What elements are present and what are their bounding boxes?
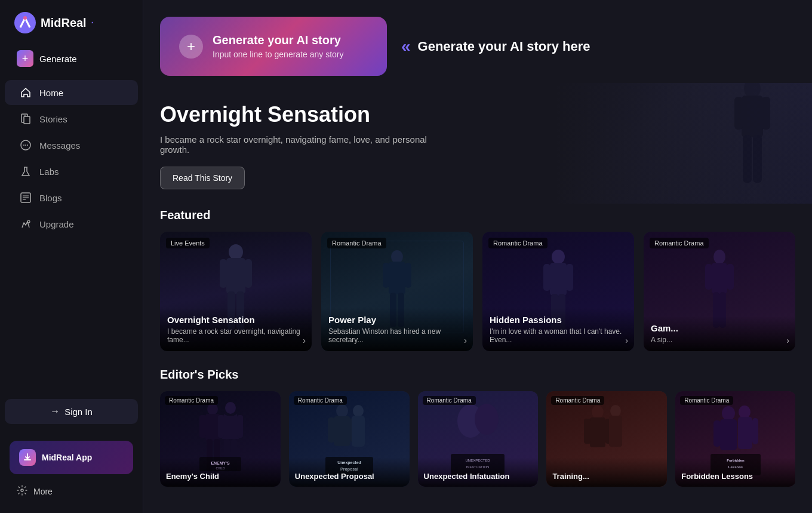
editor-card-unexpected-proposal[interactable]: Unexpected Proposal Romantic Drama Unexp… — [289, 391, 410, 487]
logo-dot: · — [91, 18, 94, 27]
story-hero: Overnight Sensation I became a rock star… — [143, 83, 812, 204]
svg-point-21 — [229, 244, 243, 260]
featured-card-hidden-passions[interactable]: Romantic Drama Hidden Passions I'm in lo… — [482, 232, 634, 351]
svg-rect-75 — [584, 419, 591, 444]
logo-text: MidReal — [41, 16, 87, 30]
svg-point-45 — [207, 403, 218, 415]
card-title: Hidden Passions — [490, 315, 627, 325]
editor-card-unexpected-infatuation[interactable]: UNEXPECTED INFATUATION Romantic Drama Un… — [418, 391, 539, 487]
editor-cards-row: ENEMY'S CHILD Romantic Drama Enemy's Chi… — [160, 391, 795, 487]
sign-in-label: Sign In — [64, 407, 93, 417]
sidebar-item-home-label: Home — [39, 88, 63, 98]
home-icon — [19, 86, 32, 99]
svg-rect-83 — [738, 417, 752, 449]
card-arrow-icon: › — [625, 336, 628, 345]
card-tag: Romantic Drama — [551, 396, 604, 405]
hero-section: + Generate your AI story Input one line … — [143, 0, 812, 76]
card-tag: Romantic Drama — [650, 238, 709, 248]
svg-rect-40 — [712, 263, 727, 294]
card-title: Overnight Sensation — [167, 315, 304, 325]
svg-rect-24 — [245, 259, 252, 288]
svg-rect-84 — [752, 418, 758, 444]
generate-label: Generate — [39, 54, 77, 64]
card-arrow-icon: › — [464, 336, 467, 345]
svg-point-59 — [336, 404, 348, 417]
card-title: Training... — [546, 457, 667, 487]
download-icon — [19, 449, 36, 466]
double-chevron-icon: « — [401, 37, 411, 56]
featured-cards-row: Live Events Overnight Sensation I became… — [160, 232, 795, 351]
sidebar-item-messages[interactable]: Messages — [5, 133, 138, 158]
featured-card-power-play[interactable]: Romantic Drama Power Play Sebastian Wins… — [321, 232, 473, 351]
sidebar-item-blogs[interactable]: Blogs — [5, 185, 138, 210]
svg-rect-34 — [550, 263, 567, 296]
svg-rect-46 — [205, 414, 220, 441]
featured-card-game[interactable]: Romantic Drama Gam... A sip... › — [644, 232, 795, 351]
card-desc: I'm in love with a woman that I can't ha… — [490, 327, 627, 344]
svg-point-82 — [739, 406, 751, 419]
generate-cta: « Generate your AI story here — [401, 37, 590, 56]
sidebar-item-messages-label: Messages — [39, 140, 80, 150]
svg-point-77 — [610, 405, 621, 417]
generate-card-title: Generate your AI story — [213, 33, 343, 47]
card-tag: Live Events — [166, 238, 210, 248]
more-button[interactable]: More — [10, 479, 133, 503]
card-desc: Sebastian Winston has hired a new secret… — [328, 327, 466, 344]
card-title: Unexpected Infatuation — [418, 457, 539, 487]
generate-button[interactable]: + Generate — [10, 45, 133, 72]
svg-point-1 — [23, 16, 27, 20]
labs-icon — [19, 165, 32, 178]
main-content: + Generate your AI story Input one line … — [143, 0, 812, 513]
generate-card-subtitle: Input one line to generate any story — [213, 50, 343, 59]
card-overlay: Power Play Sebastian Winston has hired a… — [321, 308, 473, 351]
more-label: More — [33, 487, 53, 496]
sidebar-item-upgrade[interactable]: Upgrade — [5, 211, 138, 236]
card-title: Unexpected Proposal — [289, 457, 410, 487]
upgrade-icon — [19, 217, 32, 231]
svg-point-63 — [353, 405, 364, 417]
card-overlay: Gam... A sip... — [644, 316, 795, 351]
svg-rect-52 — [218, 415, 224, 438]
sidebar-item-stories[interactable]: Stories — [5, 106, 138, 131]
card-tag: Romantic Drama — [423, 396, 476, 405]
cta-text: Generate your AI story here — [418, 39, 590, 54]
generate-card-button[interactable]: + Generate your AI story Input one line … — [160, 17, 387, 76]
svg-rect-74 — [590, 417, 605, 447]
sign-in-button[interactable]: → Sign In — [5, 399, 138, 424]
card-desc: I became a rock star overnight, navigati… — [167, 327, 304, 344]
sidebar-item-home[interactable]: Home — [5, 80, 138, 105]
plus-symbol: + — [187, 38, 195, 55]
card-tag: Romantic Drama — [327, 238, 386, 248]
svg-point-39 — [713, 250, 725, 264]
sidebar-item-labs[interactable]: Labs — [5, 159, 138, 184]
svg-point-5 — [23, 145, 24, 146]
generate-plus-icon: + — [179, 35, 203, 59]
read-story-button[interactable]: Read This Story — [160, 167, 245, 189]
svg-point-73 — [592, 406, 604, 419]
sign-in-icon: → — [50, 406, 60, 417]
story-hero-description: I became a rock star overnight, navigati… — [160, 134, 459, 155]
svg-point-33 — [552, 250, 565, 264]
svg-point-51 — [225, 402, 236, 414]
stories-icon — [19, 112, 32, 125]
card-title: Power Play — [328, 315, 466, 325]
read-story-label: Read This Story — [173, 173, 232, 183]
editor-card-training[interactable]: Romantic Drama Training... — [546, 391, 667, 487]
card-arrow-icon: › — [303, 336, 306, 345]
svg-point-69 — [475, 404, 499, 435]
svg-rect-35 — [543, 264, 550, 291]
card-title: Forbidden Lessons — [675, 457, 795, 487]
plus-icon: + — [17, 50, 33, 67]
svg-rect-22 — [226, 258, 245, 294]
svg-point-79 — [722, 406, 735, 420]
svg-rect-64 — [352, 416, 365, 447]
editor-card-enemys-child[interactable]: ENEMY'S CHILD Romantic Drama Enemy's Chi… — [160, 391, 281, 487]
card-tag: Romantic Drama — [680, 396, 733, 405]
svg-rect-41 — [705, 264, 712, 290]
midreal-app-button[interactable]: MidReal App — [10, 441, 133, 474]
story-hero-title: Overnight Sensation — [160, 102, 795, 127]
sidebar-nav: Home Stories Messages — [0, 79, 143, 238]
card-tag: Romantic Drama — [165, 396, 218, 405]
editor-card-forbidden-lessons[interactable]: Forbidden Lessons Romantic Drama Forbidd… — [675, 391, 795, 487]
featured-card-overnight[interactable]: Live Events Overnight Sensation I became… — [160, 232, 312, 351]
